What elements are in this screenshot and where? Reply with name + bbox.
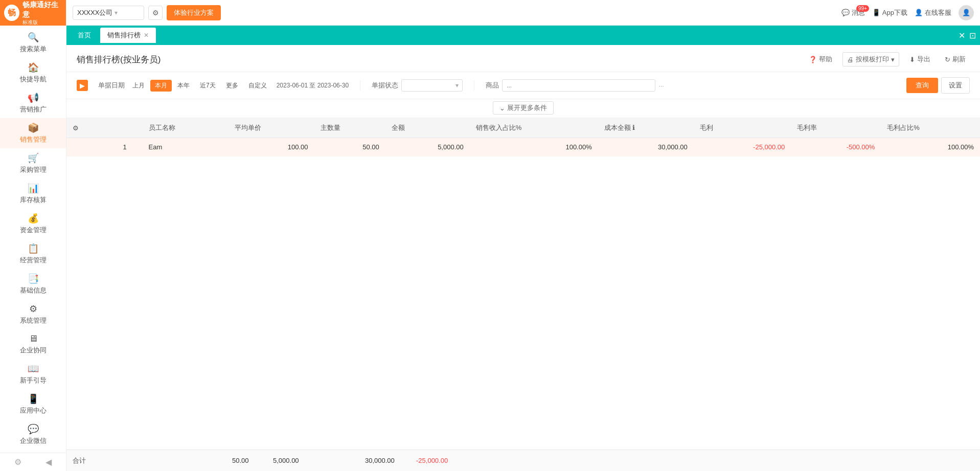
message-button[interactable]: 💬 消息 99+ [841,8,865,17]
inventory-label: 库存核算 [20,195,47,205]
print-label: 按模板打印 [856,55,889,64]
tab-close-icon[interactable]: ✕ [144,32,149,39]
sidebar-nav: 🔍 搜索菜单 🏠 快捷导航 📢 营销推广 📦 销售管理 🛒 采购管理 📊 库存核… [0,26,66,453]
filter-more-icon[interactable]: ··· [658,82,664,89]
date-btn-自定义[interactable]: 自定义 [244,80,271,92]
refresh-label: 刷新 [952,55,966,64]
tab-close-window-icon[interactable]: ✕ [959,31,965,40]
table-head: ⚙员工名称平均单价主数量全额销售收入占比%成本全额 ℹ毛利毛利率毛利占比% [66,118,980,138]
filter-collapse-icon[interactable]: ▶ [77,80,88,91]
td-sales_pct: 100.00% [470,138,598,156]
enterprise-icon: 🖥 [29,333,38,344]
date-btn-更多[interactable]: 更多 [221,80,243,92]
print-dropdown-arrow: ▾ [891,56,895,63]
td-avg_price: 100.00 [229,138,314,156]
tab-sales-rank[interactable]: 销售排行榜 ✕ [100,28,156,43]
company-selector[interactable]: XXXXX公司 ▾ [73,6,144,20]
status-filter-label: 单据状态 [372,81,398,90]
main-area: XXXXX公司 ▾ ⚙ 体验行业方案 💬 消息 99+ 📱 App下载 👤 在线… [66,0,980,471]
sidebar-item-operations[interactable]: 📋 经营管理 [0,239,66,269]
sales-label: 销售管理 [20,135,47,144]
company-dropdown-icon: ▾ [115,9,118,16]
sidebar-item-purchase[interactable]: 🛒 采购管理 [0,148,66,178]
th-name: 员工名称 [143,118,229,138]
avatar-placeholder: 👤 [962,9,970,16]
system-icon: ⚙ [29,303,37,315]
date-filter-label: 单据日期 [98,81,125,90]
tab-sales-rank-label: 销售排行榜 [107,31,141,40]
refresh-icon: ↻ [945,56,950,63]
sales-icon: 📦 [28,122,39,133]
basics-label: 基础信息 [20,286,47,295]
refresh-button[interactable]: ↻ 刷新 [941,53,970,66]
date-btn-近7天[interactable]: 近7天 [195,80,220,92]
sidebar-item-sales[interactable]: 📦 销售管理 [0,118,66,148]
sidebar-item-appcenter[interactable]: 📱 应用中心 [0,389,66,419]
expand-row: ⌄ 展开更多条件 [66,99,980,118]
sidebar-item-enterprise[interactable]: 🖥 企业协同 [0,329,66,359]
status-select-wrap [401,79,463,92]
sidebar-item-basics[interactable]: 📑 基础信息 [0,269,66,299]
expand-icon: ⌄ [499,104,505,112]
online-service-label: 在线客服 [925,8,951,17]
search-icon: 🔍 [28,32,39,43]
sidebar-item-finance[interactable]: 💰 资金管理 [0,209,66,239]
export-icon: ⬇ [909,56,915,63]
export-label: 导出 [917,55,930,64]
tab-home[interactable]: 首页 [71,28,98,43]
date-btn-本年[interactable]: 本年 [173,80,194,92]
goods-input[interactable] [502,79,655,92]
sidebar-collapse-icon[interactable]: ◀ [45,457,52,467]
sidebar-item-weixin[interactable]: 💬 企业微信 [0,419,66,450]
weixin-icon: 💬 [28,423,39,435]
td-rank: 1 [107,138,143,156]
page-header: 销售排行榜(按业务员) ❓ 帮助 🖨 按模板打印 ▾ ⬇ 导出 [66,45,980,72]
filter-status-group: 单据状态 [372,79,463,92]
message-badge: 99+ [856,5,869,12]
purchase-label: 采购管理 [20,165,47,174]
user-avatar[interactable]: 👤 [959,5,974,20]
th-sales_pct: 销售收入占比% [470,118,598,138]
online-service-button[interactable]: 👤 在线客服 [915,8,951,17]
logo-text: 畅康通好生意 标准版 [22,0,62,25]
help-button[interactable]: ❓ 帮助 [805,53,836,66]
sidebar-item-search[interactable]: 🔍 搜索菜单 [0,28,66,58]
sidebar-settings-icon[interactable]: ⚙ [14,457,21,467]
shortcut-label: 快捷导航 [20,75,47,84]
app-download-label: App下载 [882,8,907,17]
status-select[interactable] [401,79,463,92]
print-button[interactable]: 🖨 按模板打印 ▾ [842,52,899,66]
query-button[interactable]: 查询 [906,78,938,93]
sidebar-item-newguide[interactable]: 📖 新手引导 [0,359,66,389]
app-download-button[interactable]: 📱 App下载 [872,8,907,17]
table-footer: 合计 50.00 5,000.00 30,000.00 -25,000.00 [66,450,980,471]
td-gross_rate: -500.00% [791,138,881,156]
footer-cost: 30,000.00 [359,457,410,464]
td-cost: 30,000.00 [598,138,694,156]
system-label: 系统管理 [20,316,47,325]
help-icon: ❓ [809,56,817,63]
topbar: XXXXX公司 ▾ ⚙ 体验行业方案 💬 消息 99+ 📱 App下载 👤 在线… [66,0,980,26]
sidebar-item-marketing[interactable]: 📢 营销推广 [0,88,66,118]
sidebar-item-system[interactable]: ⚙ 系统管理 [0,299,66,329]
date-btn-上月[interactable]: 上月 [128,80,149,92]
sidebar-item-inventory[interactable]: 📊 库存核算 [0,178,66,209]
logo-sub: 标准版 [22,19,62,26]
expand-button[interactable]: ⌄ 展开更多条件 [493,101,554,115]
basics-icon: 📑 [28,273,39,284]
date-range-display: 2023-06-01 至 2023-06-30 [277,81,349,90]
trial-button[interactable]: 体验行业方案 [167,5,221,20]
settings-button[interactable]: 设置 [941,77,970,94]
td-name: Eam [143,138,229,156]
td-qty: 50.00 [314,138,385,156]
topbar-settings-icon[interactable]: ⚙ [148,6,163,20]
page-content: 销售排行榜(按业务员) ❓ 帮助 🖨 按模板打印 ▾ ⬇ 导出 [66,45,980,471]
date-btn-本月[interactable]: 本月 [150,80,172,92]
footer-gross: -25,000.00 [410,457,461,464]
tab-maximize-icon[interactable]: ⊡ [969,31,976,40]
online-service-icon: 👤 [915,9,923,16]
export-button[interactable]: ⬇ 导出 [905,53,935,66]
th-avg_price: 平均单价 [229,118,314,138]
td-gross_pct: 100.00% [881,138,980,156]
sidebar-item-shortcut[interactable]: 🏠 快捷导航 [0,58,66,88]
